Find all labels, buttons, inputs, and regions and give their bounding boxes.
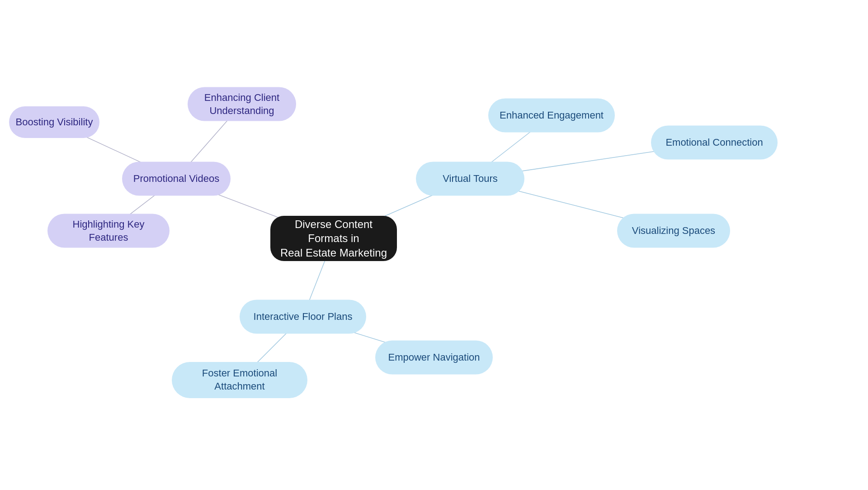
emotional-connection-label: Emotional Connection xyxy=(661,136,767,149)
foster-emotional-node[interactable]: Foster Emotional Attachment xyxy=(172,362,307,398)
visualizing-spaces-node[interactable]: Visualizing Spaces xyxy=(617,214,730,248)
boosting-visibility-node[interactable]: Boosting Visibility xyxy=(9,106,99,138)
highlighting-key-label: Highlighting Key Features xyxy=(47,218,170,243)
virtual-tours-node[interactable]: Virtual Tours xyxy=(416,162,524,196)
promotional-videos-node[interactable]: Promotional Videos xyxy=(122,162,231,196)
emotional-connection-node[interactable]: Emotional Connection xyxy=(651,126,778,160)
enhancing-client-node[interactable]: Enhancing ClientUnderstanding xyxy=(188,87,296,121)
enhancing-client-label: Enhancing ClientUnderstanding xyxy=(200,91,284,117)
virtual-tours-label: Virtual Tours xyxy=(438,172,502,186)
enhanced-engagement-node[interactable]: Enhanced Engagement xyxy=(488,99,615,133)
interactive-floor-plans-label: Interactive Floor Plans xyxy=(249,310,357,323)
boosting-visibility-label: Boosting Visibility xyxy=(11,116,98,129)
interactive-floor-plans-node[interactable]: Interactive Floor Plans xyxy=(240,300,366,334)
visualizing-spaces-label: Visualizing Spaces xyxy=(627,224,720,238)
enhanced-engagement-label: Enhanced Engagement xyxy=(495,109,608,122)
center-node[interactable]: Diverse Content Formats inReal Estate Ma… xyxy=(270,216,397,261)
empower-navigation-label: Empower Navigation xyxy=(384,351,485,364)
foster-emotional-label: Foster Emotional Attachment xyxy=(172,367,307,393)
highlighting-key-node[interactable]: Highlighting Key Features xyxy=(47,214,170,248)
center-node-label: Diverse Content Formats inReal Estate Ma… xyxy=(270,217,397,260)
promotional-videos-label: Promotional Videos xyxy=(129,172,224,186)
empower-navigation-node[interactable]: Empower Navigation xyxy=(375,341,493,375)
